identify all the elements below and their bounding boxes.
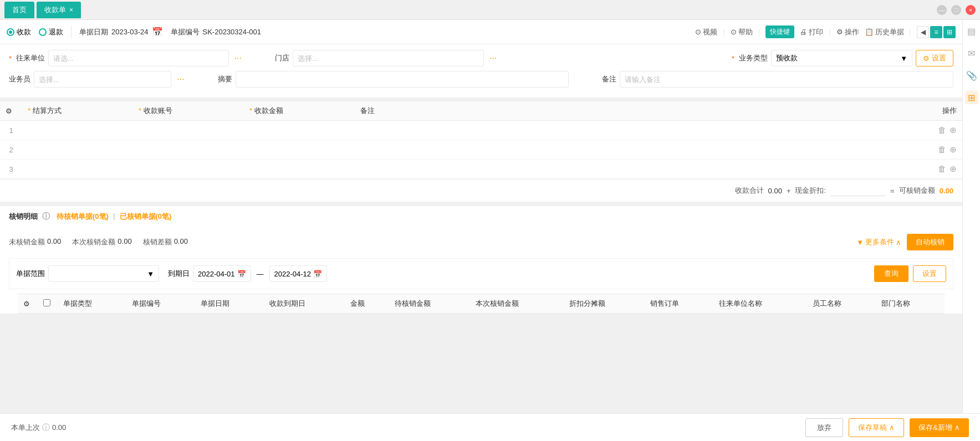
setting-gear-icon: ⚙ [923,54,930,63]
row1-amount-input[interactable] [249,126,349,135]
radio-receipt[interactable]: 收款 [7,27,31,37]
page-list-btn[interactable]: ≡ [930,26,942,38]
rcol-sales-order: 销售订单 [645,294,713,314]
rcol-amount: 金额 [345,294,389,314]
divider-1 [71,25,72,39]
tab-close-btn[interactable]: × [69,6,73,14]
sidebar-clip-icon[interactable]: 📎 [965,69,978,82]
right-sidebar: ▤ ✉ 📎 ⊞ [962,20,980,413]
bottom-prefix: 本单上次 [11,423,40,433]
save-draft-label: 保存草稿 [858,423,887,433]
maximize-btn[interactable]: □ [951,5,961,15]
rcol-current: 本次核销金额 [470,294,564,314]
operation-label: 操作 [845,27,859,37]
sidebar-frame-icon[interactable]: ⊞ [965,91,978,104]
history-label: 历史单据 [875,27,904,37]
shortcut-label: 快捷键 [765,25,794,38]
reconcile-settings-btn[interactable]: 设置 [913,265,946,282]
radio-receipt-dot [7,28,14,36]
select-all-checkbox[interactable] [43,299,50,306]
row2-copy-icon[interactable]: ⊕ [950,145,957,155]
business-type-select[interactable]: 预收款 ▼ [771,50,912,66]
store-input[interactable] [293,50,484,66]
toolbar: 收款 退款 单据日期 2023-03-24 📅 单据编号 SK-20230324… [0,20,962,44]
rcol-checkbox[interactable] [38,294,58,314]
row1-copy-icon[interactable]: ⊕ [950,125,957,135]
row3-account-input[interactable] [139,165,238,173]
row1-remark-input[interactable] [360,126,912,135]
number-label: 单据编号 [171,27,200,37]
operation-btn[interactable]: ⚙ 操作 [836,27,859,37]
row3-delete-icon[interactable]: 🗑 [938,164,946,174]
range-select[interactable]: ▼ [48,265,159,282]
row1-account-input[interactable] [139,126,238,135]
video-btn[interactable]: ⊙ 视频 [695,27,717,37]
row3-amount-input[interactable] [249,165,349,173]
col-amount: * 收款金额 [244,101,355,121]
row2-remark-input[interactable] [360,146,912,154]
row1-delete-icon[interactable]: 🗑 [938,125,946,135]
print-icon: 🖨 [800,28,807,36]
close-btn[interactable]: × [966,5,976,15]
counterparty-input[interactable] [48,50,229,66]
auto-reconcile-btn[interactable]: 自动核销 [907,234,953,250]
discount-input[interactable] [830,185,886,196]
save-draft-btn[interactable]: 保存草稿 ∧ [849,418,904,437]
col-account: * 收款账号 [133,101,244,121]
query-btn[interactable]: 查询 [874,265,908,282]
row2-delete-icon[interactable]: 🗑 [938,145,946,155]
salesperson-input[interactable] [34,71,171,88]
radio-receipt-label: 收款 [17,27,31,37]
minimize-btn[interactable]: — [937,5,947,15]
current-value: 0.00 [118,237,131,247]
setting-btn[interactable]: ⚙ 设置 [916,50,953,66]
rcol-settings[interactable]: ⚙ [18,294,38,314]
row3-copy-icon[interactable]: ⊕ [950,164,957,174]
discount-label: 现金折扣: [795,186,826,196]
date-label: 单据日期 [79,27,108,37]
due-date-label: 到期日 [168,269,190,279]
row3-remark-input[interactable] [360,165,912,173]
due-date-start[interactable]: 2022-04-01 📅 [193,265,251,282]
bottom-info-icon[interactable]: ⓘ [42,423,50,433]
more-conditions-btn[interactable]: ▼ 更多条件 ∧ [856,237,901,247]
abandon-btn[interactable]: 放弃 [805,418,843,437]
reconcile-info-icon[interactable]: ⓘ [42,212,50,222]
tab-active[interactable]: 收款单 × [37,2,81,18]
radio-refund[interactable]: 退款 [39,27,63,37]
salesperson-more-btn[interactable]: ··· [177,74,184,84]
video-icon: ⊙ [695,28,701,36]
page-grid-btn[interactable]: ⊞ [943,26,956,38]
bottom-actions: 放弃 保存草稿 ∧ 保存&新增 ∧ [805,418,969,437]
col-settings[interactable]: ⚙ [0,101,22,121]
pagination: ◀ ≡ ⊞ [917,26,956,38]
save-new-btn[interactable]: 保存&新增 ∧ [910,418,969,437]
history-btn[interactable]: 📋 历史单据 [865,27,904,37]
sidebar-table-icon[interactable]: ▤ [965,24,978,38]
summary-input[interactable] [236,71,569,88]
done-tab[interactable]: 已核销单据(0笔) [118,212,174,222]
col-remark: 备注 [355,101,918,121]
remark-input[interactable] [620,71,953,88]
tab-home[interactable]: 首页 [4,2,34,18]
counterparty-more-btn[interactable]: ··· [234,53,242,63]
row2-account-input[interactable] [139,146,238,154]
shortcut-btn[interactable]: 快捷键 [765,25,794,38]
sidebar-mail-icon[interactable]: ✉ [965,47,978,60]
equals-sign: = [890,187,895,195]
pending-tab[interactable]: 待核销单据(0笔) [54,212,111,222]
page-prev-btn[interactable]: ◀ [917,26,929,38]
calendar-icon[interactable]: 📅 [152,27,163,37]
rcol-date: 单据日期 [195,294,264,314]
store-more-btn[interactable]: ··· [489,53,497,63]
print-btn[interactable]: 🖨 打印 [800,27,823,37]
row3-payment-input[interactable] [28,165,127,173]
row2-payment-input[interactable] [28,146,127,154]
due-date-end[interactable]: 2022-04-12 📅 [269,265,328,282]
counterparty-required: * [9,54,12,63]
row1-payment-input[interactable] [28,126,127,135]
more-conditions-arrow: ∧ [896,238,901,247]
row2-amount-input[interactable] [249,146,349,154]
help-btn[interactable]: ⊙ 帮助 [731,27,753,37]
operation-icon: ⚙ [836,28,843,36]
